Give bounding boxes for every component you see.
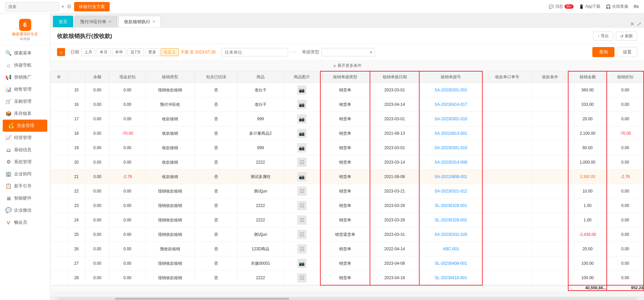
verify-no-link[interactable]: SA-20230314-008: [435, 160, 467, 165]
tab-receipt[interactable]: 收款核销执行 ✕: [118, 16, 161, 27]
sidebar-item-system[interactable]: ⚙ 系统管理: [0, 156, 50, 168]
expand-more-bar[interactable]: ∨ 展开更多条件: [50, 61, 644, 71]
filter-toggle-button[interactable]: »: [57, 48, 65, 56]
date-btn-last-month[interactable]: 上月: [81, 48, 95, 56]
verify-no[interactable]: SL-20230328-001: [419, 199, 482, 213]
setting-button[interactable]: 设置: [617, 47, 637, 57]
verify-no[interactable]: SA-20230331-026: [419, 227, 482, 242]
verify-no-link[interactable]: SL-20230328-002: [435, 218, 467, 222]
solution-button[interactable]: 休验行业方案: [74, 2, 110, 11]
user-name[interactable]: Rit: [634, 4, 639, 9]
verify-no-link[interactable]: ABC-001: [443, 247, 459, 251]
row-empty: [51, 83, 67, 97]
sidebar-item-operation[interactable]: 📈 经营管理: [0, 132, 50, 144]
refresh-button[interactable]: ↺ 刷新: [616, 32, 637, 41]
verify-no[interactable]: SA-20230414-017: [419, 97, 482, 112]
partner-dots[interactable]: ···: [290, 49, 297, 55]
date-btn-custom[interactable]: 自定义: [161, 48, 179, 56]
receipt-condition: [532, 271, 568, 286]
messages-label: 消息: [555, 4, 563, 9]
tab-receipt-close[interactable]: ✕: [152, 19, 155, 24]
date-btn-7days[interactable]: 近7天: [127, 48, 144, 56]
sidebar-label-marketing: 营销推广: [14, 74, 32, 80]
sidebar-item-basic[interactable]: 🗂 基础信息: [0, 144, 50, 156]
sidebar-item-purchase[interactable]: 🛒 采购管理: [0, 95, 50, 108]
verify-no-link[interactable]: SA-20230301-010: [435, 145, 467, 150]
verify-no-link[interactable]: SA-20230301-001: [435, 88, 467, 92]
verify-no[interactable]: SL-20230408-001: [419, 256, 482, 271]
verify-no-link[interactable]: SA-20230331-026: [435, 232, 467, 237]
sidebar-item-nav[interactable]: ⌂ 快捷导航: [0, 59, 50, 71]
logo-area: 6 畅捷通谐好生意 标推版: [0, 16, 50, 46]
verify-no-link[interactable]: SA-20230321-012: [435, 189, 467, 194]
verify-no-link[interactable]: SA-20230414-017: [435, 102, 467, 107]
table-row: 210.00-2.76收款核销否测试多属性📷销货单2021-08-08SA-20…: [51, 170, 644, 184]
home-icon: ⌂: [5, 62, 11, 68]
date-btn-this-month[interactable]: 本月: [97, 48, 111, 56]
sidebar-item-wechat[interactable]: 💬 企业微信: [0, 204, 50, 216]
sidebar-item-inventory[interactable]: 📦 库存核算: [0, 108, 50, 120]
sidebar-item-member[interactable]: V 畅会员: [0, 216, 50, 228]
dropdown-arrow-icon[interactable]: ▾: [62, 4, 64, 9]
receipt-order-no: [482, 155, 532, 170]
sidebar-item-search[interactable]: 🔍 搜索菜单: [0, 47, 50, 59]
settings-icon[interactable]: ⚙: [67, 3, 71, 10]
sidebar-item-company[interactable]: 🏢 企业协同: [0, 168, 50, 180]
product-image: 📷: [297, 129, 307, 138]
tab-bar-close-icon[interactable]: ✕: [630, 21, 634, 27]
partner-input[interactable]: [221, 48, 288, 56]
col-verify-no-header: 核销单据号: [419, 71, 482, 83]
verify-no[interactable]: SA-20210808-001: [419, 170, 482, 184]
verify-no[interactable]: SL-20230328-002: [419, 213, 482, 227]
messages-item[interactable]: 💬 消息 99+: [549, 4, 574, 9]
col-settings-header[interactable]: ⚙: [51, 71, 67, 83]
product-img: 📷: [284, 256, 320, 271]
app-download[interactable]: 📱 App下载: [579, 4, 600, 9]
tab-prepay-close[interactable]: ✕: [108, 19, 111, 24]
verify-date: 2023-03-01: [370, 112, 420, 126]
verify-no-link[interactable]: SL-20230418-001: [435, 275, 467, 280]
top-search-input[interactable]: [5, 2, 59, 11]
sidebar-label-wechat: 企业微信: [14, 207, 32, 213]
sidebar-item-hardware[interactable]: 🖥 智能硬件: [0, 192, 50, 204]
verify-no-link[interactable]: SA-20210813-001: [435, 131, 467, 136]
voucher-type-select[interactable]: [321, 48, 375, 56]
table-settings-icon[interactable]: ⚙: [57, 75, 61, 79]
verify-no[interactable]: SA-20210813-001: [419, 126, 482, 141]
product-image: 🖼: [297, 158, 307, 167]
hardware-icon: 🖥: [5, 196, 11, 201]
date-btn-this-year[interactable]: 本年: [112, 48, 126, 56]
tab-bar-expand-icon[interactable]: ⤢: [637, 21, 641, 27]
filter-date-item: 日期 上月 本月 本年 近7天 更多 自定义 不限 至 2023-07-26: [70, 48, 216, 56]
sales-icon: 📊: [5, 86, 11, 92]
sidebar-item-marketing[interactable]: 📢 营销推广: [0, 71, 50, 83]
cash-discount: 0.00: [109, 227, 146, 242]
verify-no[interactable]: SA-20230321-012: [419, 184, 482, 199]
verify-no[interactable]: SL-20230418-001: [419, 271, 482, 286]
tab-home[interactable]: 首页: [53, 16, 73, 27]
receipt-condition: [532, 97, 568, 112]
verify-no-link[interactable]: SA-20230301-010: [435, 117, 467, 121]
verify-no[interactable]: SA-20230301-010: [419, 141, 482, 155]
verify-no-link[interactable]: SA-20210808-001: [435, 174, 467, 179]
verify-no[interactable]: SA-20230314-008: [419, 155, 482, 170]
verify-no[interactable]: SA-20230301-010: [419, 112, 482, 126]
sidebar-item-sales[interactable]: 📊 销售管理: [0, 83, 50, 95]
logo-badge: 标推版: [20, 37, 30, 41]
verify-no-link[interactable]: SL-20230408-001: [435, 261, 467, 266]
verify-no-link[interactable]: SL-20230328-001: [435, 203, 467, 208]
sidebar-item-fund[interactable]: 💰 资金管理: [3, 120, 47, 132]
sidebar-item-guide[interactable]: 📋 新手引导: [0, 180, 50, 192]
page-header: 收款核销执行(按收款) ↑ 导出 ↺ 刷新: [50, 28, 644, 44]
query-button[interactable]: 查询: [592, 47, 614, 57]
table-area[interactable]: ⚙ 余额 现金折扣 核销类型 包含已结清 商品 商品图片 核销单据类型 核销单据…: [50, 71, 644, 297]
online-service[interactable]: 🎧 在线客服: [606, 4, 628, 9]
verify-no[interactable]: SA-20230301-001: [419, 83, 482, 97]
tab-prepay[interactable]: 预付冲应付单 ✕: [74, 16, 117, 27]
date-btn-more[interactable]: 更多: [145, 48, 159, 56]
headset-icon: 🎧: [606, 4, 611, 9]
verify-voucher-type: 销货单: [320, 112, 370, 126]
verify-no[interactable]: ABC-001: [419, 242, 482, 256]
horizontal-scrollbar[interactable]: [50, 297, 644, 300]
export-button[interactable]: ↑ 导出: [593, 32, 613, 41]
